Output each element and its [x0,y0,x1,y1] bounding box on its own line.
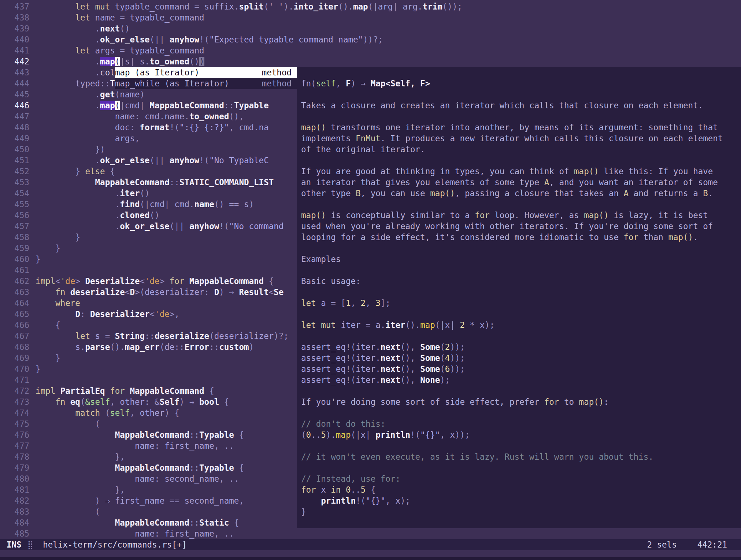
code-line[interactable]: 441 let args = typable_command [0,45,741,56]
line-number: 451 [0,155,36,166]
line-number: 485 [0,528,36,539]
selection-count: 2 sels [647,539,677,550]
doc-line [301,67,741,78]
code-text: name: second_name, .. [36,473,239,484]
completion-popup: map (as Iterator)methodmap_while (as Ite… [115,67,297,89]
line-number: 463 [0,287,36,298]
doc-line [301,440,741,451]
doc-line [301,111,741,122]
code-text: fn deserialize<D>(deserializer: D) → Res… [36,287,284,298]
code-text: ( [36,506,100,517]
doc-line [301,243,741,254]
code-text: name: first_name, .. [36,440,234,451]
line-number: 458 [0,232,36,243]
code-text: .ok_or_else(|| anyhow!("No command [36,221,284,232]
line-number: 475 [0,418,36,429]
doc-line: let mut iter = a.iter().map(|x| 2 * x); [301,320,741,331]
line-number: 474 [0,407,36,418]
doc-line: implements FnMut. It produces a new iter… [301,133,741,144]
line-number: 462 [0,276,36,287]
doc-line: println!("{}", x); [301,495,741,506]
doc-line: Basic usage: [301,276,741,287]
code-line[interactable]: 485 name: first_name, .. [0,528,741,539]
line-number: 444 [0,78,36,89]
helix-editor-window: 437 let mut typable_command = suffix.spl… [0,0,741,560]
doc-line: an iterator that gives you elements of s… [301,177,741,188]
line-number: 448 [0,122,36,133]
doc-line: // don't do this: [301,418,741,429]
code-line[interactable]: 438 let name = typable_command [0,12,741,23]
line-number: 460 [0,254,36,265]
doc-line: fn(self, F) → Map<Self, F> [301,78,741,89]
line-number: 481 [0,484,36,495]
code-text: } [36,254,41,265]
doc-line: assert_eq!(iter.next(), Some(6)); [301,363,741,374]
code-text: .find(|cmd| cmd.name() == s) [36,199,254,210]
code-text: let name = typable_command [36,12,204,23]
code-line[interactable]: 439 .next() [0,23,741,34]
code-text: }) [36,144,105,155]
hover-doc-panel[interactable]: fn(self, F) → Map<Self, F>Takes a closur… [297,67,741,528]
code-text: fn eq(&self, other: &Self) → bool { [36,396,229,407]
code-text: name: cmd.name.to_owned(), [36,111,244,122]
completion-item[interactable]: map_while (as Iterator)method [115,78,297,89]
line-number: 459 [0,243,36,254]
code-text: } [36,243,60,254]
doc-line: assert_eq!(iter.next(), Some(2)); [301,341,741,352]
doc-line: } [301,506,741,517]
line-number: 464 [0,298,36,309]
code-text: MappableCommand::Typable { [36,429,244,440]
doc-line [301,89,741,100]
line-number: 479 [0,462,36,473]
line-number: 443 [0,67,36,78]
code-text: MappableCommand::Static { [36,517,239,528]
code-text: } else { [36,166,115,177]
doc-line: (0..5).map(|x| println!("{}", x)); [301,429,741,440]
code-text: name: first_name, .. [36,528,234,539]
doc-line [301,331,741,341]
code-text: D: Deserializer<'de>, [36,309,179,320]
doc-line: Takes a closure and creates an iterator … [301,100,741,111]
line-number: 454 [0,188,36,199]
doc-line: let a = [1, 2, 3]; [301,298,741,309]
code-text: } [36,232,80,243]
doc-line: // Instead, use for: [301,473,741,484]
line-number: 457 [0,221,36,232]
code-line[interactable]: 442 .map(|s| s.to_owned()) [0,56,741,67]
code-text: args, [36,133,140,144]
doc-line: used when you're already working with ot… [301,221,741,232]
line-number: 461 [0,265,36,276]
doc-line [301,462,741,473]
line-number: 447 [0,111,36,122]
line-number: 483 [0,506,36,517]
line-number: 478 [0,451,36,462]
file-name: helix-term/src/commands.rs[+] [43,539,187,550]
code-text: .map(|cmd| MappableCommand::Typable [36,100,269,111]
line-number: 456 [0,210,36,221]
code-line[interactable]: 437 let mut typable_command = suffix.spl… [0,1,741,12]
spinner-icon: ⣿ [27,539,33,550]
doc-line: of the original iterator. [301,144,741,155]
doc-line [301,287,741,298]
doc-line: map() is conceptually similar to a for l… [301,210,741,221]
code-text: ( [36,418,100,429]
completion-label: map_while (as Iterator) [115,78,262,89]
doc-line: Examples [301,254,741,265]
code-text: let args = typable_command [36,45,204,56]
line-number: 445 [0,89,36,100]
code-text: .cloned() [36,210,160,221]
statusline: INS ⣿ helix-term/src/commands.rs[+] 2 se… [0,539,741,550]
line-number: 470 [0,363,36,374]
line-number: 472 [0,385,36,396]
doc-line [301,199,741,210]
line-number: 442 [0,56,36,67]
line-number: 477 [0,440,36,451]
line-number: 439 [0,23,36,34]
code-text: .iter() [36,188,150,199]
code-text: .map(|s| s.to_owned()) [36,56,204,67]
completion-label: map (as Iterator) [115,67,262,78]
completion-item[interactable]: map (as Iterator)method [115,67,297,78]
doc-line: If you're doing some sort of side effect… [301,396,741,407]
line-number: 440 [0,34,36,45]
code-line[interactable]: 440 .ok_or_else(|| anyhow!("Expected typ… [0,34,741,45]
